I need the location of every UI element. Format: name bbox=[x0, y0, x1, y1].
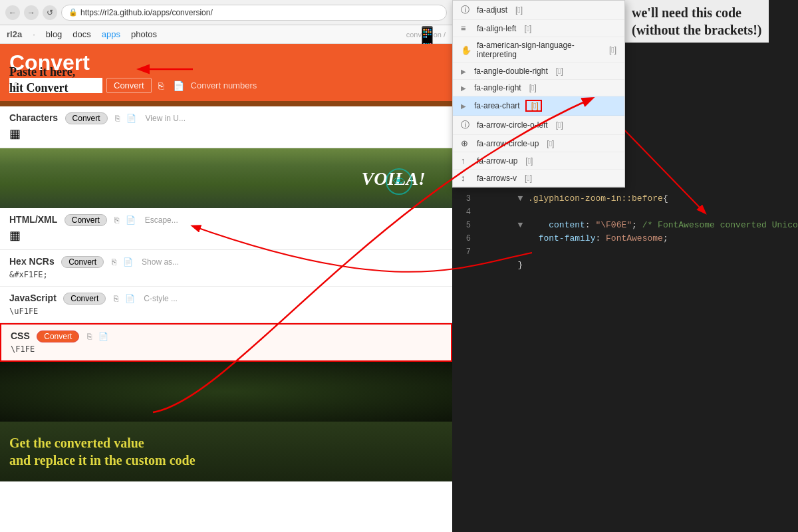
eye-icon: 👁 bbox=[386, 168, 412, 195]
characters-convert-btn[interactable]: Convert bbox=[65, 112, 108, 124]
characters-symbol: ▦ bbox=[9, 126, 443, 141]
html-xml-copy-btn[interactable]: ⎘ bbox=[112, 215, 121, 225]
font-family-property: font-family bbox=[517, 233, 595, 243]
colon-2: : bbox=[595, 233, 606, 243]
dropdown-item-fa-arrow-circle-o-left[interactable]: ⓘ fa-arrow-circle-o-left [] bbox=[453, 116, 624, 135]
forward-button[interactable]: → bbox=[24, 5, 39, 20]
html-xml-label: HTML/XML bbox=[9, 214, 57, 225]
html-xml-file-btn[interactable]: 📄 bbox=[124, 215, 138, 225]
fa-asl-icon: ✋ bbox=[461, 45, 471, 55]
hex-ncrs-value: &#xF1FE; bbox=[9, 270, 443, 279]
expand-arrow-3: ▶ bbox=[461, 102, 466, 110]
fa-angle-right-code: [] bbox=[529, 83, 537, 92]
javascript-file-btn[interactable]: 📄 bbox=[123, 294, 137, 303]
bottom-annotation-text: Get the converted value and replace it i… bbox=[9, 434, 196, 469]
semicolon: ; bbox=[632, 220, 637, 230]
expand-arrow-2: ▶ bbox=[461, 84, 466, 92]
fa-adjust-code: [] bbox=[515, 5, 523, 15]
nav-docs[interactable]: docs bbox=[72, 29, 90, 39]
html-xml-escape-toggle[interactable]: Escape... bbox=[145, 215, 178, 225]
nav-separator: · bbox=[33, 29, 35, 39]
left-panel: ← → ↺ 🔒 https://rl2a.github.io/apps/conv… bbox=[0, 0, 452, 532]
characters-view-toggle[interactable]: View in U... bbox=[146, 114, 186, 123]
hex-ncrs-copy-btn[interactable]: ⎘ bbox=[110, 257, 118, 267]
dropdown-item-fa-arrow-circle-up[interactable]: ⊕ fa-arrow-circle-up [] bbox=[453, 135, 624, 152]
fa-arrow-up-icon: ↑ bbox=[461, 156, 471, 166]
nav-photos[interactable]: photos bbox=[131, 29, 157, 39]
fa-arrow-up-name: fa-arrow-up bbox=[477, 156, 517, 166]
html-xml-section: HTML/XML Convert ⎘ 📄 Escape... ▦ bbox=[0, 208, 452, 250]
image-strip-1: VOILA! 👁 bbox=[0, 148, 452, 208]
nav-item-rl2a: rl2a bbox=[7, 29, 22, 39]
css-copy-btn[interactable]: ⎘ bbox=[85, 332, 94, 341]
javascript-section: JavaScript Convert ⎘ 📄 C-style ... \uF1F… bbox=[0, 287, 452, 323]
dropdown-item-fa-arrow-up[interactable]: ↑ fa-arrow-up [] bbox=[453, 152, 624, 170]
content-value: "\F06E" bbox=[595, 220, 632, 230]
nav-blog[interactable]: blog bbox=[46, 29, 63, 39]
nav-apps[interactable]: apps bbox=[102, 29, 120, 39]
fa-align-left-code: [] bbox=[524, 24, 531, 33]
hex-ncrs-toggle[interactable]: Show as... bbox=[142, 257, 179, 267]
css-convert-btn[interactable]: Convert bbox=[37, 331, 79, 342]
css-file-btn[interactable]: 📄 bbox=[96, 332, 110, 341]
code-line-7: } bbox=[476, 245, 798, 259]
fa-arrow-circle-o-left-icon: ⓘ bbox=[461, 119, 471, 131]
code-editor: 1 2 3 4 5 6 7 ▼ .glyphicon-zoom-in::befo… bbox=[452, 163, 798, 532]
characters-file-btn[interactable]: 📄 bbox=[124, 114, 138, 123]
fa-adjust-icon: ⓘ bbox=[461, 4, 471, 16]
reload-button[interactable]: ↺ bbox=[43, 5, 57, 20]
fa-area-chart-code-highlight: [] bbox=[525, 100, 542, 112]
fa-arrow-circle-o-left-code: [] bbox=[556, 120, 563, 130]
line-num-7: 7 bbox=[452, 245, 476, 259]
fold-icon-2: ▼ bbox=[517, 194, 528, 203]
dropdown-item-fa-area-chart[interactable]: ▶ fa-area-chart [] bbox=[453, 96, 624, 116]
css-section: CSS Convert ⎘ 📄 \F1FE bbox=[0, 323, 452, 362]
selector: .glyphicon-zoom-in::before bbox=[528, 194, 663, 203]
line-num-6: 6 bbox=[452, 232, 476, 245]
fa-arrows-v-name: fa-arrows-v bbox=[477, 174, 517, 183]
brace-close: } bbox=[517, 260, 523, 270]
hex-ncrs-file-btn[interactable]: 📄 bbox=[121, 257, 135, 267]
convert-main-button[interactable]: Convert bbox=[106, 78, 152, 93]
line-num-5: 5 bbox=[452, 219, 476, 232]
semicolon-2: ; bbox=[663, 233, 668, 243]
code-line-4: ▼ content: "\F06E"; /* FontAwesome conve… bbox=[476, 205, 798, 219]
dropdown-item-fa-adjust[interactable]: ⓘ fa-adjust [] bbox=[453, 1, 624, 20]
dropdown-item-fa-angle-double-right[interactable]: ▶ fa-angle-double-right [] bbox=[453, 63, 624, 80]
content-property: content bbox=[528, 220, 585, 230]
fold-icon-4: ▼ bbox=[517, 220, 528, 230]
fa-arrow-circle-o-left-name: fa-arrow-circle-o-left bbox=[477, 120, 548, 130]
characters-copy-btn[interactable]: ⎘ bbox=[113, 114, 122, 123]
browser-chrome: ← → ↺ 🔒 https://rl2a.github.io/apps/conv… bbox=[0, 0, 452, 25]
dropdown-item-fa-asl[interactable]: ✋ fa-american-sign-language-interpreting… bbox=[453, 37, 624, 63]
dropdown-item-fa-arrows-v[interactable]: ↕ fa-arrows-v [] bbox=[453, 170, 624, 187]
right-panel: ⓘ fa-adjust [] ≡ fa-align-left [] ✋ fa… bbox=[452, 0, 798, 532]
html-xml-convert-btn[interactable]: Convert bbox=[65, 214, 107, 226]
css-value: \F1FE bbox=[11, 344, 442, 354]
hex-ncrs-convert-btn[interactable]: Convert bbox=[61, 256, 104, 268]
css-label: CSS bbox=[11, 331, 30, 341]
javascript-label: JavaScript bbox=[9, 293, 57, 303]
url-bar[interactable]: 🔒 https://rl2a.github.io/apps/conversion… bbox=[61, 5, 447, 21]
comment: /* FontAwesome converted Unicod bbox=[637, 220, 798, 230]
fa-arrow-circle-up-icon: ⊕ bbox=[461, 138, 471, 148]
fa-arrows-v-icon: ↕ bbox=[461, 173, 471, 183]
convert-header: Convert Convert ⎘ 📄 Convert numbers Past… bbox=[0, 44, 452, 101]
colon: : bbox=[585, 220, 596, 230]
dropdown-item-fa-align-left[interactable]: ≡ fa-align-left [] bbox=[453, 20, 624, 37]
fa-angle-double-right-name: fa-angle-double-right bbox=[474, 66, 548, 76]
fa-align-left-name: fa-align-left bbox=[477, 24, 516, 33]
file-icon[interactable]: 📄 bbox=[170, 79, 187, 92]
javascript-toggle[interactable]: C-style ... bbox=[144, 294, 178, 303]
javascript-copy-btn[interactable]: ⎘ bbox=[112, 294, 120, 303]
fa-arrow-circle-up-name: fa-arrow-circle-up bbox=[477, 139, 539, 148]
line-num-4: 4 bbox=[452, 205, 476, 219]
copy-icon[interactable]: ⎘ bbox=[156, 79, 166, 92]
javascript-convert-btn[interactable]: Convert bbox=[63, 293, 106, 305]
paste-instruction: Paste it here, hit Convert bbox=[9, 65, 75, 96]
line-num-3: 3 bbox=[452, 192, 476, 205]
characters-label: Characters bbox=[9, 112, 58, 123]
site-nav: rl2a · blog docs apps photos conversion … bbox=[0, 25, 452, 44]
dropdown-item-fa-angle-right[interactable]: ▶ fa-angle-right [] bbox=[453, 80, 624, 96]
back-button[interactable]: ← bbox=[5, 5, 20, 20]
